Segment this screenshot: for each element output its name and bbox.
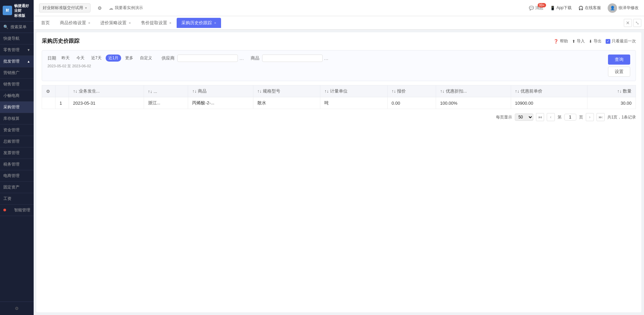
import-btn[interactable]: ⬆ 导入 (572, 38, 585, 44)
tab-home[interactable]: 首页 (36, 18, 55, 28)
mobile-icon: 📱 (550, 6, 555, 10)
date-btn-1month[interactable]: 近1月 (106, 55, 121, 62)
tab-close-icon[interactable]: × (129, 21, 131, 25)
col-biz-date[interactable]: ↑↓ 业务发生... (69, 85, 144, 97)
sidebar-item-quicknav[interactable]: 快捷导航 (0, 33, 34, 44)
page-input[interactable] (564, 114, 576, 120)
messages-btn[interactable]: 💬 消息 99+ (529, 5, 543, 11)
tab-controls: ✕ ⤡ (624, 19, 641, 27)
supplier-filter-group: 供应商 ... (162, 55, 244, 62)
sidebar-item-retail[interactable]: 零售管理 ▼ (0, 44, 34, 56)
cell-product: 丙烯酸-2-... (188, 97, 253, 109)
tab-close-window-btn[interactable]: ✕ (624, 19, 632, 27)
date-filter-label: 日期 (47, 55, 56, 61)
version-selector[interactable]: 好业财标准版交付试用 ▾ (39, 3, 91, 12)
data-table: ⚙ ↑↓ 业务发生... ↑↓ ... ↑↓ 商品 ↑↓ 规格型号 (42, 85, 636, 109)
sidebar-item-marketing[interactable]: 营销推广 (0, 67, 34, 79)
cell-quantity: 30.00 (587, 97, 636, 109)
tab-sale-price[interactable]: 售价提取设置 × (136, 18, 176, 28)
help-btn[interactable]: ❓ 帮助 (553, 38, 568, 44)
sidebar-item-ecom[interactable]: 电商管理 (0, 170, 34, 182)
cell-discount-pct: 100.00% (436, 97, 511, 109)
tab-purchase-strategy[interactable]: 进价策略设置 × (96, 18, 135, 28)
cell-spec: 散水 (253, 97, 320, 109)
sidebar-item-finance[interactable]: 资金管理 (0, 125, 34, 136)
sidebar-item-assets[interactable]: 固定资产 (0, 182, 34, 193)
first-page-btn[interactable]: ⏮ (536, 113, 544, 121)
supplier-more-btn[interactable]: ... (239, 55, 244, 61)
date-btn-today[interactable]: 今天 (74, 55, 87, 62)
cell-settings (42, 97, 56, 109)
sidebar-item-tax[interactable]: 税务管理 (0, 159, 34, 170)
filter-bar: 日期 昨天 今天 近7天 近1月 更多 自定义 2023-05-02 至 202… (42, 50, 636, 81)
prev-page-btn[interactable]: ‹ (547, 113, 555, 121)
page-actions: ❓ 帮助 ⬆ 导入 ⬇ 导出 ✓ 只看最后一次 (553, 38, 636, 44)
pagination-summary: 共1页，1条记录 (607, 114, 636, 120)
date-btn-custom[interactable]: 自定义 (137, 55, 155, 62)
cell-supplier: 浙江... (144, 97, 188, 109)
tab-price[interactable]: 商品价格设置 × (55, 18, 95, 28)
col-settings[interactable]: ⚙ (42, 85, 56, 97)
col-price[interactable]: ↑↓ 报价 (387, 85, 436, 97)
logo-text: 畅捷通好业财 标准版 (14, 3, 31, 18)
settings-icon: ⚙ (15, 306, 19, 311)
supplier-input[interactable] (177, 55, 238, 62)
cell-price: 0.00 (387, 97, 436, 109)
sidebar-item-ecom-small[interactable]: 小畅电商 (0, 90, 34, 102)
header-settings-btn[interactable]: ⚙ (95, 3, 105, 13)
date-btn-more[interactable]: 更多 (122, 55, 136, 62)
last-page-btn[interactable]: ⏭ (597, 113, 605, 121)
online-service-btn[interactable]: 🎧 在线客服 (578, 5, 601, 11)
only-last-toggle[interactable]: ✓ 只看最后一次 (606, 38, 636, 44)
sidebar-item-smart[interactable]: 智能管理 (0, 205, 34, 216)
col-product[interactable]: ↑↓ 商品 (188, 85, 253, 97)
sidebar-settings-btn[interactable]: ⚙ (0, 302, 34, 315)
dot-indicator (3, 209, 6, 211)
date-btn-yesterday[interactable]: 昨天 (59, 55, 72, 62)
table-header-row: ⚙ ↑↓ 业务发生... ↑↓ ... ↑↓ 商品 ↑↓ 规格型号 (42, 85, 636, 97)
query-button[interactable]: 查询 (608, 55, 630, 65)
filter-actions: 查询 设置 (608, 55, 630, 77)
col-discount-pct[interactable]: ↑↓ 优惠折扣... (436, 85, 511, 97)
per-page-select[interactable]: 50 10 20 100 (515, 113, 533, 121)
chevron-up-icon: ▲ (27, 60, 30, 63)
tab-close-icon[interactable]: × (169, 21, 171, 25)
sidebar-item-inventory[interactable]: 库存核算 (0, 113, 34, 125)
tab-maximize-btn[interactable]: ⤡ (633, 19, 641, 27)
sidebar-item-purchase[interactable]: 采购管理 (0, 102, 34, 113)
sidebar-item-ledger[interactable]: 总账管理 (0, 136, 34, 147)
export-btn[interactable]: ⬇ 导出 (589, 38, 602, 44)
chevron-down-icon: ▼ (27, 48, 30, 52)
sidebar-item-sales[interactable]: 销售管理 (0, 79, 34, 90)
next-page-btn[interactable]: › (586, 113, 594, 121)
import-icon: ⬆ (572, 39, 575, 44)
user-menu[interactable]: 👤 徐泽华修改 (608, 3, 639, 13)
settings-button[interactable]: 设置 (608, 67, 630, 77)
col-quantity[interactable]: ↑↓ 数量 (587, 85, 636, 97)
tab-close-icon[interactable]: × (88, 21, 90, 25)
sidebar-item-salary[interactable]: 工资 (0, 193, 34, 205)
app-download-btn[interactable]: 📱 App下载 (550, 5, 572, 11)
sidebar: 财 畅捷通好业财 标准版 🔍 搜索菜单 快捷导航 零售管理 ▼ 批发管理 ▲ 营… (0, 0, 34, 315)
col-unit[interactable]: ↑↓ 计量单位 (320, 85, 388, 97)
product-input[interactable] (262, 55, 323, 62)
page-label: 第 (558, 114, 562, 120)
top-header: 好业财标准版交付试用 ▾ ⚙ ☁ 我要看实例演示 💬 消息 99+ 📱 App下… (34, 0, 644, 16)
demo-link[interactable]: ☁ 我要看实例演示 (109, 5, 143, 11)
tab-bar: 首页 商品价格设置 × 进价策略设置 × 售价提取设置 × 采购历史价跟踪 × … (34, 16, 644, 30)
tab-history-price[interactable]: 采购历史价跟踪 × (177, 18, 221, 28)
sidebar-item-wholesale[interactable]: 批发管理 ▲ (0, 56, 34, 67)
help-icon: ❓ (553, 39, 559, 44)
chevron-down-icon: ▾ (85, 6, 87, 10)
col-more[interactable]: ↑↓ ... (144, 85, 188, 97)
col-spec[interactable]: ↑↓ 规格型号 (253, 85, 320, 97)
col-pre-discount-price[interactable]: ↑↓ 优惠前单价 (511, 85, 587, 97)
product-more-btn[interactable]: ... (324, 55, 328, 61)
sidebar-search[interactable]: 🔍 搜索菜单 (0, 22, 34, 33)
sidebar-item-invoice[interactable]: 发票管理 (0, 147, 34, 159)
product-filter-group: 商品 ... (251, 55, 328, 62)
app-logo: 财 畅捷通好业财 标准版 (0, 0, 34, 22)
date-btn-7days[interactable]: 近7天 (88, 55, 104, 62)
tab-close-icon[interactable]: × (214, 21, 216, 25)
pagination: 每页显示 50 10 20 100 ⏮ ‹ 第 页 › ⏭ 共1页，1条记录 (42, 109, 636, 121)
